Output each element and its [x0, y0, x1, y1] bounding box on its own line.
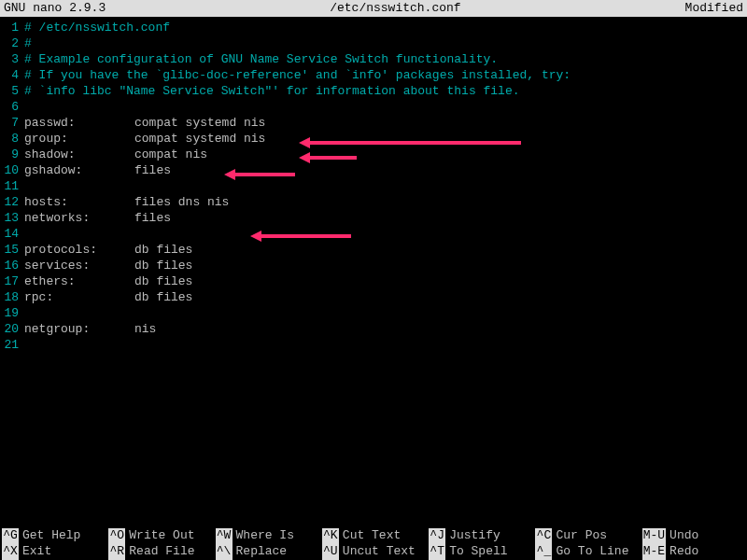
editor-line[interactable]: 13networks:files — [0, 211, 747, 227]
shortcut-justify[interactable]: ^JJustify — [429, 528, 531, 544]
shortcut-label: Undo — [669, 528, 698, 544]
shortcut-key: ^T — [429, 544, 445, 560]
line-number: 1 — [0, 21, 19, 36]
shortcut-key: M-U — [642, 528, 666, 544]
line-number: 15 — [0, 243, 19, 259]
file-path: /etc/nsswitch.conf — [106, 1, 684, 17]
shortcut-key: ^_ — [535, 544, 552, 560]
shortcut-read-file[interactable]: ^RRead File — [108, 544, 211, 560]
shortcut-cut-text[interactable]: ^KCut Text — [322, 528, 425, 544]
comment-text: # — [24, 36, 32, 52]
line-number: 4 — [0, 68, 19, 84]
editor-area[interactable]: 1# /etc/nsswitch.conf2#3# Example config… — [0, 17, 747, 528]
line-number: 2 — [0, 36, 19, 52]
shortcut-label: Where Is — [236, 528, 294, 544]
shortcut-redo[interactable]: M-ERedo — [642, 544, 745, 560]
shortcut-key: M-E — [642, 544, 666, 560]
config-value: db files — [134, 290, 192, 306]
comment-text: # Example configuration of GNU Name Serv… — [24, 52, 498, 68]
editor-line[interactable]: 2# — [0, 36, 747, 52]
shortcut-label: Go To Line — [556, 544, 628, 560]
editor-line[interactable]: 16services:db files — [0, 259, 747, 274]
editor-line[interactable]: 11 — [0, 179, 747, 195]
shortcut-key: ^O — [108, 528, 125, 544]
line-number: 19 — [0, 306, 19, 322]
app-name: GNU nano 2.9.3 — [4, 1, 106, 17]
shortcut-key: ^U — [322, 544, 339, 560]
editor-line[interactable]: 10gshadow:files — [0, 163, 747, 179]
editor-line[interactable]: 15protocols:db files — [0, 243, 747, 259]
line-number: 6 — [0, 100, 19, 116]
shortcut-label: Cur Pos — [556, 528, 607, 544]
config-value: nis — [134, 322, 156, 338]
line-number: 12 — [0, 195, 19, 211]
line-number: 18 — [0, 290, 19, 306]
line-number: 20 — [0, 322, 19, 338]
editor-line[interactable]: 6 — [0, 100, 747, 116]
line-number: 11 — [0, 179, 19, 195]
editor-line[interactable]: 18rpc:db files — [0, 290, 747, 306]
config-key: services: — [24, 259, 134, 274]
config-value: db files — [134, 274, 192, 290]
config-value: files — [134, 211, 171, 227]
shortcut-label: Replace — [236, 544, 288, 560]
comment-text: # If you have the `glibc-doc-reference' … — [24, 68, 571, 84]
shortcut-exit[interactable]: ^XExit — [2, 544, 105, 560]
line-number: 5 — [0, 84, 19, 100]
shortcut-key: ^J — [429, 528, 445, 544]
line-number: 3 — [0, 52, 19, 68]
shortcut-key: ^W — [216, 528, 233, 544]
shortcut-uncut-text[interactable]: ^UUncut Text — [322, 544, 425, 560]
shortcut-key: ^C — [535, 528, 552, 544]
editor-line[interactable]: 4# If you have the `glibc-doc-reference'… — [0, 68, 747, 84]
title-bar: GNU nano 2.9.3 /etc/nsswitch.conf Modifi… — [0, 0, 747, 17]
line-number: 10 — [0, 163, 19, 179]
comment-text: # /etc/nsswitch.conf — [24, 21, 170, 36]
config-key: ethers: — [24, 274, 134, 290]
config-key: networks: — [24, 211, 134, 227]
config-key: rpc: — [24, 290, 134, 306]
line-number: 14 — [0, 227, 19, 243]
shortcut-key: ^X — [2, 544, 19, 560]
config-key: shadow: — [24, 147, 134, 163]
shortcut-key: ^K — [322, 528, 339, 544]
editor-line[interactable]: 9shadow:compat nis — [0, 147, 747, 163]
config-key: netgroup: — [24, 322, 134, 338]
config-value: db files — [134, 243, 192, 259]
shortcut-replace[interactable]: ^\Replace — [216, 544, 318, 560]
config-key: hosts: — [24, 195, 134, 211]
editor-line[interactable]: 14 — [0, 227, 747, 243]
shortcut-get-help[interactable]: ^GGet Help — [2, 528, 105, 544]
shortcut-key: ^\ — [216, 544, 233, 560]
editor-line[interactable]: 17ethers:db files — [0, 274, 747, 290]
shortcut-to-spell[interactable]: ^TTo Spell — [429, 544, 531, 560]
line-number: 21 — [0, 338, 19, 354]
shortcut-cur-pos[interactable]: ^CCur Pos — [535, 528, 638, 544]
line-number: 13 — [0, 211, 19, 227]
shortcut-go-to-line[interactable]: ^_Go To Line — [535, 544, 638, 560]
config-key: gshadow: — [24, 163, 134, 179]
editor-line[interactable]: 1# /etc/nsswitch.conf — [0, 21, 747, 36]
shortcut-write-out[interactable]: ^OWrite Out — [108, 528, 211, 544]
editor-line[interactable]: 21 — [0, 338, 747, 354]
modified-status: Modified — [685, 1, 743, 17]
editor-line[interactable]: 3# Example configuration of GNU Name Ser… — [0, 52, 747, 68]
editor-line[interactable]: 19 — [0, 306, 747, 322]
line-number: 7 — [0, 116, 19, 132]
shortcut-label: To Spell — [449, 544, 507, 560]
editor-line[interactable]: 20netgroup:nis — [0, 322, 747, 338]
line-number: 9 — [0, 147, 19, 163]
config-key: group: — [24, 132, 134, 147]
line-number: 8 — [0, 132, 19, 147]
config-key: passwd: — [24, 116, 134, 132]
shortcut-where-is[interactable]: ^WWhere Is — [216, 528, 318, 544]
shortcut-label: Get Help — [22, 528, 80, 544]
config-value: files dns nis — [134, 195, 229, 211]
editor-line[interactable]: 12hosts:files dns nis — [0, 195, 747, 211]
editor-line[interactable]: 8group:compat systemd nis — [0, 132, 747, 147]
shortcut-key: ^G — [2, 528, 19, 544]
shortcut-undo[interactable]: M-UUndo — [642, 528, 745, 544]
editor-line[interactable]: 5# `info libc "Name Service Switch"' for… — [0, 84, 747, 100]
shortcut-label: Justify — [449, 528, 500, 544]
editor-line[interactable]: 7passwd:compat systemd nis — [0, 116, 747, 132]
